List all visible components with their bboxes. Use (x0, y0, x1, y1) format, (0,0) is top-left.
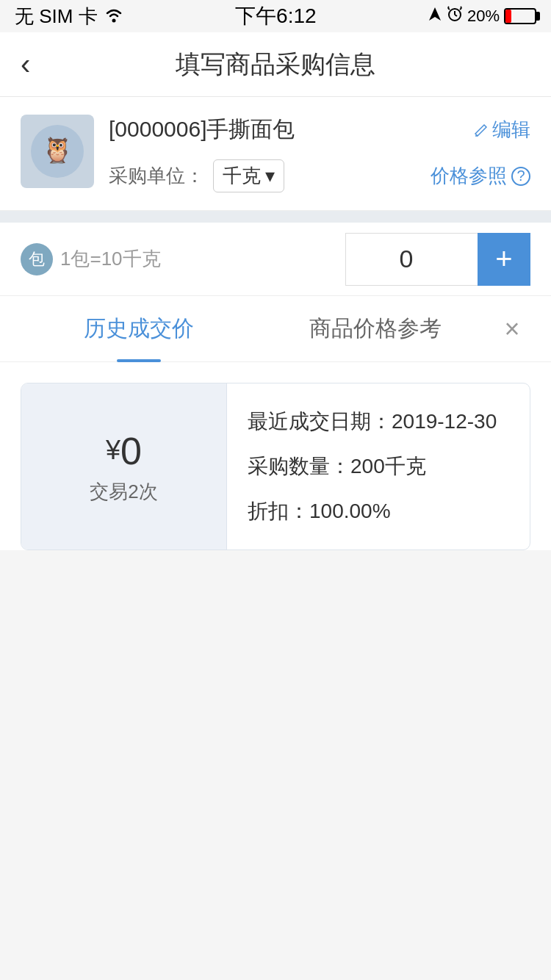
svg-point-0 (112, 18, 115, 22)
price-number: 0 (120, 430, 142, 472)
status-bar: 无 SIM 卡 下午6:12 20% (0, 0, 551, 32)
tab-history-price[interactable]: 历史成交价 (21, 296, 257, 362)
tab-underline (117, 359, 161, 362)
quantity-controls: + (345, 233, 530, 286)
purchase-qty-row: 采购数量：200千克 (248, 450, 509, 483)
edit-label: 编辑 (492, 117, 530, 143)
quantity-plus-button[interactable]: + (478, 233, 530, 286)
price-ref-button[interactable]: 价格参照 ? (431, 163, 530, 189)
nav-bar: ‹ 填写商品采购信息 (0, 32, 551, 97)
wifi-icon (104, 5, 124, 28)
separator (0, 211, 551, 223)
discount-row: 折扣：100.00% (248, 495, 509, 528)
purchase-qty-label: 采购数量： (248, 455, 350, 478)
location-icon (428, 6, 442, 26)
help-icon: ? (511, 167, 530, 186)
tab-product-price-ref[interactable]: 商品价格参考 (257, 296, 494, 362)
svg-line-4 (455, 15, 457, 16)
price-ref-label: 价格参照 (431, 163, 507, 189)
tab-product-price-ref-label: 商品价格参考 (309, 314, 442, 344)
purchase-qty-value: 200千克 (350, 455, 426, 478)
alarm-icon (447, 6, 463, 26)
edit-link[interactable]: 编辑 (473, 117, 530, 143)
quantity-row: 包 1包=10千克 + (0, 223, 551, 296)
status-right: 20% (428, 6, 536, 26)
history-card: ¥0 交易2次 最近成交日期：2019-12-30 采购数量：200千克 折扣：… (21, 383, 530, 550)
status-left: 无 SIM 卡 (15, 4, 124, 29)
history-price-value: ¥0 (106, 429, 142, 473)
unit-row: 采购单位： 千克 ▾ (109, 159, 284, 192)
quantity-input[interactable] (345, 233, 478, 286)
product-thumbnail: 🦉 (21, 115, 94, 188)
discount-value: 100.00% (309, 500, 391, 522)
main-content (0, 571, 551, 980)
product-row1: [0000006]手撕面包 编辑 (109, 115, 530, 145)
svg-marker-1 (429, 7, 441, 21)
history-price-left: ¥0 交易2次 (21, 383, 227, 550)
dropdown-icon: ▾ (265, 165, 275, 187)
history-detail-right: 最近成交日期：2019-12-30 采购数量：200千克 折扣：100.00% (227, 383, 530, 550)
battery-percentage: 20% (467, 7, 500, 26)
unit-icon: 包 (21, 243, 53, 275)
currency-symbol: ¥ (106, 435, 120, 466)
product-row2: 采购单位： 千克 ▾ 价格参照 ? (109, 159, 530, 192)
back-button[interactable]: ‹ (21, 48, 30, 81)
battery-icon (504, 8, 536, 24)
page-title: 填写商品采购信息 (176, 48, 375, 82)
status-time: 下午6:12 (235, 2, 317, 30)
carrier-text: 无 SIM 卡 (15, 4, 98, 29)
recent-date-value: 2019-12-30 (392, 410, 497, 433)
tab-history-price-label: 历史成交价 (84, 314, 194, 344)
unit-value: 千克 (223, 163, 261, 189)
unit-hint: 包 1包=10千克 (21, 243, 161, 275)
recent-date-label: 最近成交日期： (248, 410, 392, 433)
product-info: [0000006]手撕面包 编辑 采购单位： 千克 ▾ 价格参照 ? (109, 115, 530, 192)
recent-date-row: 最近成交日期：2019-12-30 (248, 406, 509, 439)
product-name: [0000006]手撕面包 (109, 115, 295, 145)
tab-panel: 历史成交价 商品价格参考 × ¥0 交易2次 最近成交日期：2019-12-30… (0, 296, 551, 550)
discount-label: 折扣： (248, 500, 309, 522)
product-card: 🦉 [0000006]手撕面包 编辑 采购单位： 千克 ▾ (0, 97, 551, 211)
unit-label: 采购单位： (109, 165, 204, 187)
svg-text:🦉: 🦉 (42, 135, 73, 165)
tab-header: 历史成交价 商品价格参考 × (0, 296, 551, 362)
history-trades-count: 交易2次 (90, 479, 157, 505)
tab-close-button[interactable]: × (494, 311, 530, 347)
unit-select[interactable]: 千克 ▾ (213, 159, 284, 192)
unit-hint-text: 1包=10千克 (60, 246, 161, 272)
